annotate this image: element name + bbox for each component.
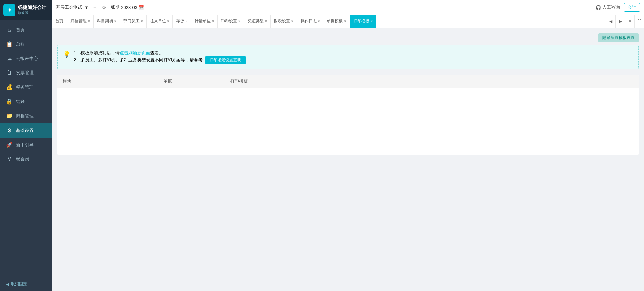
- tab-close-icon[interactable]: ×: [291, 19, 293, 23]
- th-template: 打印模板: [225, 75, 639, 88]
- tab-label: 计量单位: [195, 18, 211, 24]
- add-button[interactable]: +: [92, 4, 98, 11]
- table-body: [57, 88, 639, 155]
- notice-line2: 2、多员工、多打印机、多种业务类型设置不同打印方案等，请参考 打印场景设置宣明: [74, 56, 246, 64]
- settings-button[interactable]: ⚙: [100, 4, 108, 11]
- tab-print[interactable]: 打印模板 ×: [350, 15, 376, 28]
- sidebar-item-label: 畅会员: [16, 156, 29, 162]
- sidebar-item-home[interactable]: ⌂首页: [0, 23, 52, 37]
- notice-icon: 💡: [63, 51, 70, 58]
- archive-icon: 📁: [6, 113, 13, 119]
- tab-close-icon[interactable]: ×: [141, 19, 143, 23]
- tab-label: 往来单位: [150, 18, 166, 24]
- tab-close-icon[interactable]: ×: [212, 19, 214, 23]
- invoice-icon: 🗒: [6, 70, 13, 76]
- tab-tax[interactable]: 财税设置 ×: [271, 15, 297, 28]
- member-icon: V: [6, 156, 13, 162]
- tab-close-icon[interactable]: ×: [114, 19, 116, 23]
- logo-sub: 旗舰版: [18, 11, 46, 15]
- sidebar-item-label: 新手引导: [16, 142, 34, 148]
- tab-label: 操作日志: [301, 18, 317, 24]
- guide-icon: 🚀: [6, 142, 13, 148]
- tab-close-icon[interactable]: ×: [167, 19, 169, 23]
- sidebar-item-close[interactable]: 🔒结账: [0, 94, 52, 109]
- period-selector[interactable]: 账期 2023-03 📅: [111, 4, 144, 10]
- hide-template-area: 隐藏预置模板设置: [57, 33, 639, 42]
- headset-icon: 🎧: [596, 5, 601, 10]
- app-logo: ✦ 畅捷通好会计 旗舰版: [0, 0, 52, 20]
- sidebar-nav: ⌂首页📋总账☁云报表中心🗒发票管理💰税务管理🔒结账📁归档管理⚙基础设置🚀新手引导…: [0, 20, 52, 277]
- reports-icon: ☁: [6, 55, 13, 62]
- company-name: 基层工会测试: [56, 4, 82, 10]
- tab-close-icon[interactable]: ×: [318, 19, 320, 23]
- hide-template-button[interactable]: 隐藏预置模板设置: [598, 33, 639, 42]
- sidebar: ✦ 畅捷通好会计 旗舰版 ⌂首页📋总账☁云报表中心🗒发票管理💰税务管理🔒结账📁归…: [0, 0, 52, 291]
- notice-line2-text: 2、多员工、多打印机、多种业务类型设置不同打印方案等，请参考: [74, 57, 203, 62]
- sidebar-footer[interactable]: ◀ 取消固定: [0, 277, 52, 291]
- sidebar-item-tax[interactable]: 💰税务管理: [0, 80, 52, 94]
- tab-label: 部门员工: [123, 18, 140, 24]
- tab-close-icon[interactable]: ×: [238, 19, 240, 23]
- account-button[interactable]: 会计: [624, 3, 640, 12]
- tax-icon: 💰: [6, 84, 13, 90]
- period-value: 2023-03: [121, 5, 137, 10]
- tab-label: 存货: [176, 18, 184, 24]
- tab-unit[interactable]: 计量单位 ×: [191, 15, 218, 28]
- page-content: 隐藏预置模板设置 💡 1、模板添加成功后，请点击刷新新页面查看。 2、多员工、多…: [52, 28, 644, 291]
- sidebar-item-label: 结账: [16, 99, 25, 105]
- company-selector[interactable]: 基层工会测试 ▼: [56, 4, 89, 10]
- topbar-actions: + ⚙: [92, 4, 108, 11]
- tab-close-icon[interactable]: ×: [88, 19, 90, 23]
- notice-refresh-link[interactable]: 点击刷新新页面: [120, 50, 150, 55]
- footer-label: 取消固定: [11, 281, 27, 287]
- sidebar-item-label: 首页: [16, 27, 25, 33]
- tab-close-icon[interactable]: ×: [371, 19, 373, 23]
- tab-inventory[interactable]: 存货 ×: [173, 15, 191, 28]
- service-button[interactable]: 🎧 人工咨询: [596, 4, 620, 10]
- tabbar: 首页归档管理 ×科目期初 ×部门员工 ×往来单位 ×存货 ×计量单位 ×币种设置…: [52, 15, 644, 28]
- tab-close-all-button[interactable]: ✕: [625, 15, 635, 28]
- tab-oplog[interactable]: 操作日志 ×: [297, 15, 324, 28]
- tab-dept[interactable]: 部门员工 ×: [120, 15, 147, 28]
- tab-label: 归档管理: [70, 18, 87, 24]
- tab-close-icon[interactable]: ×: [185, 19, 187, 23]
- notice-box: 💡 1、模板添加成功后，请点击刷新新页面查看。 2、多员工、多打印机、多种业务类…: [57, 45, 639, 69]
- tab-home[interactable]: 首页: [52, 15, 67, 28]
- tab-partners[interactable]: 往来单位 ×: [147, 15, 173, 28]
- print-template-table: 模块 单据 打印模板: [57, 75, 639, 155]
- settings-icon: ⚙: [6, 127, 13, 134]
- tab-label: 科目期初: [97, 18, 113, 24]
- sidebar-item-settings[interactable]: ⚙基础设置: [0, 123, 52, 138]
- tab-prev-button[interactable]: ◀: [606, 15, 616, 28]
- tab-voucher[interactable]: 凭证类型 ×: [244, 15, 271, 28]
- sidebar-item-ledger[interactable]: 📋总账: [0, 37, 52, 51]
- topbar: 基层工会测试 ▼ + ⚙ 账期 2023-03 📅 🎧 人工咨询 会计: [52, 0, 644, 15]
- tab-archive[interactable]: 归档管理 ×: [67, 15, 94, 28]
- tab-expand-button[interactable]: ⛶: [635, 15, 644, 28]
- tab-single[interactable]: 单据模板 ×: [323, 15, 350, 28]
- sidebar-item-member[interactable]: V畅会员: [0, 152, 52, 166]
- sidebar-item-archive[interactable]: 📁归档管理: [0, 109, 52, 123]
- notice-line1-text: 1、模板添加成功后，请: [74, 50, 120, 55]
- tab-label: 财税设置: [274, 18, 290, 24]
- tab-next-button[interactable]: ▶: [616, 15, 625, 28]
- sidebar-item-invoice[interactable]: 🗒发票管理: [0, 66, 52, 80]
- tab-label: 首页: [55, 18, 63, 24]
- sidebar-item-label: 云报表中心: [16, 56, 38, 62]
- tab-close-icon[interactable]: ×: [344, 19, 346, 23]
- tab-close-icon[interactable]: ×: [265, 19, 267, 23]
- th-doc: 单据: [158, 75, 225, 88]
- tab-currency[interactable]: 币种设置 ×: [218, 15, 244, 28]
- sidebar-item-label: 归档管理: [16, 113, 34, 119]
- calendar-icon: 📅: [139, 5, 144, 10]
- tab-label: 币种设置: [221, 18, 237, 24]
- tab-subjects[interactable]: 科目期初 ×: [94, 15, 120, 28]
- logo-text: 畅捷通好会计 旗舰版: [18, 5, 46, 15]
- close-icon: 🔒: [6, 98, 13, 105]
- sidebar-item-reports[interactable]: ☁云报表中心: [0, 51, 52, 66]
- tab-label: 打印模板: [353, 18, 369, 24]
- notice-line1-suffix: 查看。: [150, 50, 163, 55]
- print-scene-button[interactable]: 打印场景设置宣明: [205, 56, 246, 64]
- sidebar-item-guide[interactable]: 🚀新手引导: [0, 138, 52, 152]
- notice-content: 1、模板添加成功后，请点击刷新新页面查看。 2、多员工、多打印机、多种业务类型设…: [74, 50, 246, 64]
